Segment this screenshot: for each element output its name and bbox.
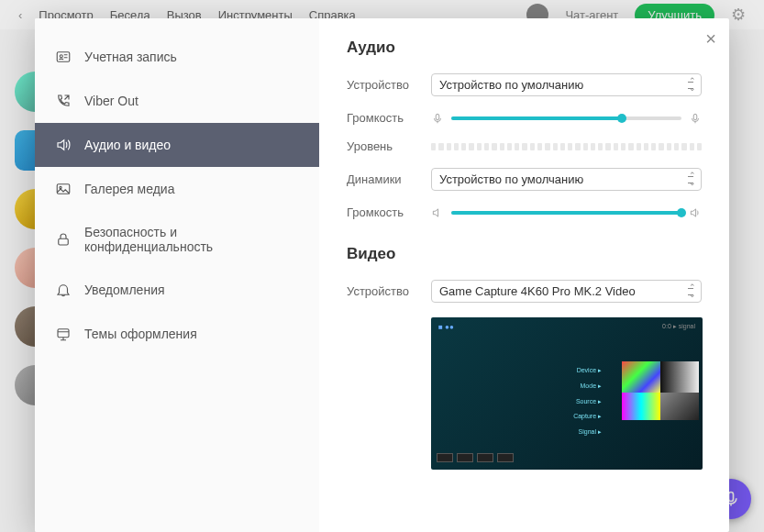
- video-section-title: Видео: [347, 245, 702, 263]
- svg-point-2: [60, 55, 62, 58]
- sidebar-item-label: Безопасность и конфиденциальность: [84, 225, 299, 254]
- video-device-label: Устройство: [347, 284, 431, 298]
- sidebar-item-notifications[interactable]: Уведомления: [35, 268, 319, 312]
- sidebar-item-account[interactable]: Учетная запись: [35, 35, 319, 79]
- sidebar-item-label: Viber Out: [84, 94, 138, 108]
- sidebar-item-media[interactable]: Галерея медиа: [35, 167, 319, 211]
- id-card-icon: [55, 49, 72, 65]
- svg-rect-8: [693, 114, 697, 119]
- speaker-volume-slider[interactable]: [451, 211, 681, 215]
- speaker-volume-label: Громкость: [347, 205, 431, 219]
- phone-out-icon: [55, 93, 72, 109]
- settings-content: × Аудио Устройство Устройство по умолчан…: [319, 18, 729, 532]
- speakers-select[interactable]: Устройство по умолчанию ⌃⌄: [431, 168, 702, 191]
- select-value: Устройство по умолчанию: [439, 78, 583, 92]
- settings-modal: Учетная запись Viber Out Аудио и видео Г…: [35, 18, 729, 532]
- mic-low-icon: [431, 112, 444, 125]
- sidebar-item-security[interactable]: Безопасность и конфиденциальность: [35, 211, 319, 268]
- video-preview: ■ ●● 0:0 ▸ signal Device ▸Mode ▸Source ▸…: [431, 317, 703, 470]
- speakers-label: Динамики: [347, 172, 431, 186]
- svg-rect-1: [57, 52, 70, 62]
- svg-rect-5: [59, 238, 69, 245]
- mic-volume-label: Громкость: [347, 111, 431, 125]
- speaker-low-icon: [431, 206, 444, 219]
- svg-rect-7: [436, 114, 439, 119]
- svg-rect-6: [58, 329, 69, 338]
- close-button[interactable]: ×: [705, 29, 716, 48]
- audio-device-select[interactable]: Устройство по умолчанию ⌃⌄: [431, 73, 702, 96]
- select-value: Устройство по умолчанию: [439, 172, 583, 186]
- speaker-icon: [55, 137, 72, 153]
- select-value: Game Capture 4K60 Pro MK.2 Video: [439, 284, 636, 298]
- bell-icon: [55, 282, 72, 298]
- image-icon: [55, 181, 72, 197]
- audio-section-title: Аудио: [347, 39, 702, 57]
- audio-device-label: Устройство: [347, 78, 431, 92]
- sidebar-item-themes[interactable]: Темы оформления: [35, 312, 319, 356]
- sidebar-item-label: Учетная запись: [84, 50, 177, 64]
- lock-icon: [55, 231, 72, 248]
- theme-icon: [55, 326, 72, 342]
- mic-high-icon: [689, 112, 702, 125]
- sidebar-item-label: Темы оформления: [84, 327, 197, 341]
- mic-volume-slider[interactable]: [451, 116, 681, 120]
- sidebar-item-viberout[interactable]: Viber Out: [35, 79, 319, 123]
- video-device-select[interactable]: Game Capture 4K60 Pro MK.2 Video ⌃⌄: [431, 280, 702, 303]
- sidebar-item-label: Уведомления: [84, 283, 165, 297]
- sidebar-item-audio-video[interactable]: Аудио и видео: [35, 123, 319, 167]
- level-label: Уровень: [347, 139, 431, 153]
- speaker-high-icon: [689, 206, 702, 219]
- sidebar-item-label: Аудио и видео: [84, 138, 171, 152]
- settings-sidebar: Учетная запись Viber Out Аудио и видео Г…: [35, 18, 319, 532]
- level-meter: [431, 143, 702, 150]
- sidebar-item-label: Галерея медиа: [84, 182, 174, 196]
